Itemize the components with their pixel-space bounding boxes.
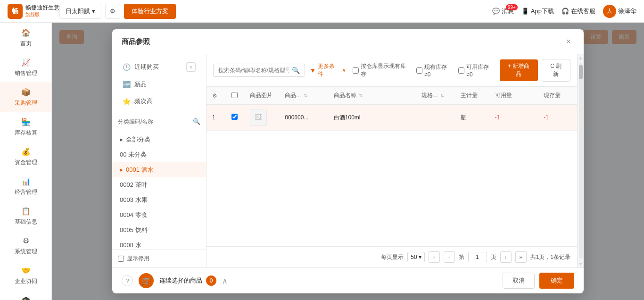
sort-spec-icon: ⇅ xyxy=(440,93,444,98)
cat-item-0005[interactable]: 0005 饮料 xyxy=(112,223,206,238)
page-size-select[interactable]: 50 ▾ xyxy=(407,252,424,262)
warehouse-filter-checkbox[interactable] xyxy=(353,67,359,74)
sidebar-item-basics[interactable]: 📋 基础信息 xyxy=(0,201,51,231)
stock-nonzero-checkbox[interactable] xyxy=(416,67,422,74)
continuous-text: 连续选择的商品 xyxy=(159,276,202,285)
user-area[interactable]: 人 徐泽华 xyxy=(603,5,636,18)
product-reference-modal: 商品参照 × 🕐 近期购买 « � xyxy=(112,29,584,293)
th-check[interactable] xyxy=(226,87,244,105)
cart-btn[interactable]: 🛒 xyxy=(139,273,154,288)
sort-code-icon: ⇅ xyxy=(304,93,307,98)
sidebar-label-collab: 企业协同 xyxy=(15,277,37,285)
add-product-btn[interactable]: + 新增商品 xyxy=(500,59,538,81)
th-gear[interactable]: ⚙ xyxy=(206,87,226,105)
modal-close-btn[interactable]: × xyxy=(563,36,574,47)
cat-item-all[interactable]: ▶ 全部分类 xyxy=(112,132,206,147)
cat-item-0002[interactable]: 0002 茶叶 xyxy=(112,177,206,192)
table-row[interactable]: 1 🖼 000600... 白酒100ml 瓶 xyxy=(206,105,577,131)
sidebar-item-system[interactable]: ⚙ 系统管理 xyxy=(0,231,51,260)
scroll-thumb[interactable] xyxy=(579,65,583,79)
sidebar-item-operations[interactable]: 📊 经营管理 xyxy=(0,171,51,201)
sidebar-item-home[interactable]: 🏠 首页 xyxy=(0,23,51,52)
scroll-up-arrow[interactable]: ▲ xyxy=(578,55,583,60)
selected-count-badge: 0 xyxy=(206,275,216,286)
th-name[interactable]: 商品名称 ⇅ xyxy=(328,87,416,105)
show-disabled-label: 显示停用 xyxy=(127,255,149,263)
avail-nonzero-checkbox[interactable] xyxy=(458,67,464,74)
cat-item-0003[interactable]: 0003 水果 xyxy=(112,192,206,208)
footer-collapse-btn[interactable]: ∧ xyxy=(222,276,228,285)
app-download-btn[interactable]: 📱 App下载 xyxy=(521,7,554,16)
page-input[interactable] xyxy=(468,252,487,262)
cat-label-all: 全部分类 xyxy=(126,135,150,144)
confirm-btn[interactable]: 确定 xyxy=(539,273,574,289)
help-icon[interactable]: ? xyxy=(122,275,133,286)
trial-btn[interactable]: 体验行业方案 xyxy=(124,4,176,19)
th-stock: 现存量 xyxy=(538,87,577,105)
product-search-input[interactable] xyxy=(218,67,289,74)
stock-nonzero-label[interactable]: 现有库存≠0 xyxy=(416,63,453,78)
cat-label-00: 00 未分类 xyxy=(120,150,147,159)
table-toolbar: 🔍 ▼ 更多条件 ∧ 按仓库显示现有库存 xyxy=(206,54,577,87)
avail-nonzero-label[interactable]: 可用库存≠0 xyxy=(458,63,495,78)
more-filter-btn[interactable]: ▼ 更多条件 ∧ xyxy=(310,62,346,78)
purchase-icon: 📦 xyxy=(21,87,31,97)
cat-item-00[interactable]: 00 未分类 xyxy=(112,147,206,162)
th-spec-label: 规格... xyxy=(421,92,438,99)
logo-icon: 畅 xyxy=(8,4,23,19)
show-disabled-checkbox[interactable] xyxy=(118,256,124,262)
prev-page-btn[interactable]: ‹ xyxy=(444,251,455,263)
first-page-btn[interactable]: « xyxy=(429,251,440,263)
cat-label-0005: 0005 饮料 xyxy=(120,226,148,234)
category-search-icon[interactable]: 🔍 xyxy=(193,118,200,125)
table-head: ⚙ 商品图片 商品... ⇅ 商品名称 xyxy=(206,87,577,105)
company-dropdown[interactable]: 日太阳膜 ▾ xyxy=(59,4,101,19)
sidebar-label-home: 首页 xyxy=(20,40,32,48)
refresh-btn[interactable]: C 刷新 xyxy=(542,59,570,82)
category-search-input[interactable] xyxy=(118,118,190,125)
row-checkbox[interactable] xyxy=(231,114,238,120)
recent-purchase-item[interactable]: 🕐 近期购买 « xyxy=(118,59,200,75)
warehouse-filter-label[interactable]: 按仓库显示现有库存 xyxy=(353,62,411,78)
sidebar-item-collab[interactable]: 🤝 企业协同 xyxy=(0,260,51,290)
cat-item-0001[interactable]: ▶ 0001 酒水 xyxy=(112,162,206,177)
new-product-item[interactable]: 🆕 新品 xyxy=(118,77,200,92)
new-product-label: 新品 xyxy=(134,80,147,89)
continuous-select-label: 连续选择的商品 0 xyxy=(159,275,216,286)
scroll-down-arrow[interactable]: ▼ xyxy=(578,261,583,267)
cat-item-0004[interactable]: 0004 零食 xyxy=(112,208,206,223)
sidebar-label-purchase: 采购管理 xyxy=(15,99,37,107)
cat-item-0008[interactable]: 0008 水 xyxy=(112,238,206,250)
filter-checkboxes: 按仓库显示现有库存 现有库存≠0 可用库存≠0 xyxy=(353,62,495,78)
row-check[interactable] xyxy=(226,105,244,131)
sidebar-item-inventory[interactable]: 🏪 库存核算 xyxy=(0,112,51,142)
select-all-checkbox[interactable] xyxy=(231,92,238,98)
frequent-item[interactable]: ⭐ 频次高 xyxy=(118,94,200,109)
message-badge: 99+ xyxy=(506,4,518,10)
scroll-track[interactable] xyxy=(579,63,583,258)
sidebar: 🏠 首页 📈 销售管理 📦 采购管理 🏪 库存核算 💰 资金管理 📊 经营管理 … xyxy=(0,23,52,300)
sidebar-item-sales[interactable]: 📈 销售管理 xyxy=(0,52,51,82)
table-scrollbar[interactable]: ▲ ▼ xyxy=(577,54,584,267)
footer-right: 取消 确定 xyxy=(503,273,574,289)
last-page-btn[interactable]: » xyxy=(515,251,527,263)
next-page-btn[interactable]: › xyxy=(500,251,512,263)
product-search-icon[interactable]: 🔍 xyxy=(292,67,300,74)
total-info: 共1页，1条记录 xyxy=(530,253,570,261)
cancel-btn[interactable]: 取消 xyxy=(503,273,535,289)
th-code[interactable]: 商品... ⇅ xyxy=(279,87,328,105)
cat-label-0004: 0004 零食 xyxy=(120,211,148,219)
sidebar-item-guide[interactable]: 🎓 新手引导 xyxy=(0,290,51,300)
row-img: 🖼 xyxy=(244,105,280,131)
collapse-panel-btn[interactable]: « xyxy=(186,62,196,72)
th-spec[interactable]: 规格... ⇅ xyxy=(416,87,455,105)
row-name: 白酒100ml xyxy=(328,105,416,131)
sidebar-label-sales: 销售管理 xyxy=(15,69,37,77)
sidebar-item-finance[interactable]: 💰 资金管理 xyxy=(0,142,51,171)
right-panel: 🔍 ▼ 更多条件 ∧ 按仓库显示现有库存 xyxy=(206,54,577,267)
message-btn[interactable]: 💬 消息 99+ xyxy=(492,7,514,16)
settings-icon[interactable]: ⚙ xyxy=(105,4,120,19)
service-btn[interactable]: 🎧 在线客服 xyxy=(561,7,595,16)
sidebar-item-purchase[interactable]: 📦 采购管理 xyxy=(0,82,51,112)
cat-label-0008: 0008 水 xyxy=(120,241,141,250)
